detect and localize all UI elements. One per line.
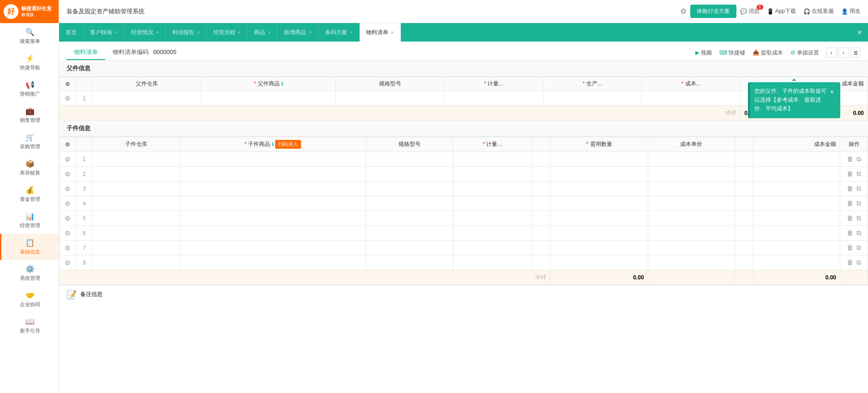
child-row-unit-5[interactable]: [453, 211, 532, 226]
child-row-quantity-6[interactable]: [550, 226, 648, 241]
delete-icon-1[interactable]: 🗑: [847, 155, 853, 163]
tab-barcode[interactable]: 条码方案×: [319, 23, 360, 42]
extract-cost-btn[interactable]: 📥 提取成本: [753, 49, 783, 57]
child-row-spec-2[interactable]: [366, 167, 453, 181]
child-row-quantity-3[interactable]: [550, 181, 648, 196]
child-row-warehouse-1[interactable]: [93, 152, 180, 167]
child-row-unit-1[interactable]: [453, 152, 532, 167]
child-row-unit-cost-4[interactable]: [648, 196, 735, 211]
child-row-spec-4[interactable]: [366, 196, 453, 211]
child-row-unit-cost-7[interactable]: [648, 241, 735, 255]
parent-row-production[interactable]: [543, 91, 642, 106]
child-row-unit-8[interactable]: [453, 255, 532, 270]
tooltip-close-btn[interactable]: ×: [830, 87, 834, 97]
copy-icon-7[interactable]: ⧉: [856, 244, 861, 251]
child-row-quantity-2[interactable]: [550, 167, 648, 181]
parent-row-unit[interactable]: [444, 91, 543, 106]
tab-close-profit[interactable]: ×: [197, 30, 200, 35]
single-setting-btn[interactable]: ⚙ 单据设置: [790, 49, 819, 57]
child-row-warehouse-8[interactable]: [93, 255, 180, 270]
parent-row-gear[interactable]: ⚙: [60, 91, 76, 106]
sidebar-item-enterprise[interactable]: 🤝企业协同: [0, 286, 59, 313]
child-row-product-2[interactable]: [180, 167, 366, 181]
tab-operations[interactable]: 经营情况×: [125, 23, 166, 42]
sidebar-item-marketing[interactable]: 📢营销推广: [0, 76, 59, 102]
parent-row-warehouse[interactable]: [93, 91, 201, 106]
copy-icon-4[interactable]: ⧉: [856, 200, 861, 207]
sidebar-item-operations[interactable]: 📊经营管理: [0, 207, 59, 234]
child-row-unit-2[interactable]: [453, 167, 532, 181]
child-row-product-4[interactable]: [180, 196, 366, 211]
close-all-btn[interactable]: ✕: [851, 23, 868, 42]
delete-icon-7[interactable]: 🗑: [847, 244, 853, 251]
parent-row-cost[interactable]: [642, 91, 741, 106]
tab-bom[interactable]: 物料清单×: [360, 23, 401, 42]
delete-icon-2[interactable]: 🗑: [847, 170, 853, 177]
subtab-bom-list[interactable]: 物料清单: [66, 45, 105, 60]
copy-icon-2[interactable]: ⧉: [856, 170, 861, 177]
child-row-unit-cost-1[interactable]: [648, 152, 735, 167]
child-row-quantity-5[interactable]: [550, 211, 648, 226]
tab-close-product[interactable]: ×: [268, 30, 271, 35]
child-row-quantity-8[interactable]: [550, 255, 648, 270]
subtab-bom-code[interactable]: 物料清单编码 0000005: [105, 45, 184, 60]
child-row-gear-4[interactable]: ⚙: [60, 196, 76, 211]
child-row-unit-cost-8[interactable]: [648, 255, 735, 270]
child-row-product-1[interactable]: [180, 152, 366, 167]
tab-profit[interactable]: 利润报告×: [166, 23, 207, 42]
child-col-gear[interactable]: ⚙: [60, 137, 76, 152]
shortcut-btn[interactable]: ⌨ 快捷键: [719, 49, 745, 57]
child-row-gear-7[interactable]: ⚙: [60, 241, 76, 255]
child-row-gear-2[interactable]: ⚙: [60, 167, 76, 181]
child-row-warehouse-4[interactable]: [93, 196, 180, 211]
child-row-warehouse-3[interactable]: [93, 181, 180, 196]
nav-prev-btn[interactable]: ‹: [826, 48, 837, 58]
copy-icon-1[interactable]: ⧉: [856, 155, 861, 163]
child-row-unit-4[interactable]: [453, 196, 532, 211]
sidebar-item-basic-info[interactable]: 📋基础信息: [0, 234, 59, 260]
child-row-spec-8[interactable]: [366, 255, 453, 270]
online-service-btn[interactable]: 🎧 在线客服: [803, 7, 834, 15]
delete-icon-6[interactable]: 🗑: [847, 229, 853, 236]
sidebar-item-system[interactable]: ⚙️系统管理: [0, 260, 59, 286]
sidebar-item-guide[interactable]: 📖新手引导: [0, 313, 59, 339]
copy-icon-8[interactable]: ⧉: [856, 259, 861, 266]
sidebar-item-quick-nav[interactable]: ⚡快捷导航: [0, 49, 59, 76]
copy-icon-5[interactable]: ⧉: [856, 214, 861, 222]
child-row-warehouse-7[interactable]: [93, 241, 180, 255]
child-row-quantity-4[interactable]: [550, 196, 648, 211]
parent-row-spec[interactable]: [336, 91, 444, 106]
child-row-gear-1[interactable]: ⚙: [60, 152, 76, 167]
child-row-unit-cost-3[interactable]: [648, 181, 735, 196]
child-row-warehouse-5[interactable]: [93, 211, 180, 226]
tab-new-product[interactable]: 新增商品×: [277, 23, 319, 42]
child-row-gear-8[interactable]: ⚙: [60, 255, 76, 270]
child-row-unit-cost-5[interactable]: [648, 211, 735, 226]
view-btn[interactable]: ▶ 视频: [695, 49, 712, 57]
child-row-spec-3[interactable]: [366, 181, 453, 196]
child-row-gear-6[interactable]: ⚙: [60, 226, 76, 241]
delete-icon-5[interactable]: 🗑: [847, 214, 853, 222]
tab-close-new-product[interactable]: ×: [309, 30, 312, 35]
child-row-unit-6[interactable]: [453, 226, 532, 241]
nav-next-btn[interactable]: ›: [838, 48, 849, 58]
settings-icon[interactable]: ⚙: [680, 7, 687, 16]
delete-icon-8[interactable]: 🗑: [847, 259, 853, 266]
child-row-product-7[interactable]: [180, 241, 366, 255]
trial-btn[interactable]: 体验行业方案: [690, 5, 736, 18]
parent-col-gear[interactable]: ⚙: [60, 77, 76, 91]
tab-history[interactable]: 经营历程×: [207, 23, 248, 42]
user-btn[interactable]: 👤 用友: [841, 7, 861, 15]
tab-customer[interactable]: 客户联络×: [84, 23, 125, 42]
sidebar-item-inventory[interactable]: 📦库存核算: [0, 155, 59, 181]
tab-close-customer[interactable]: ×: [115, 30, 118, 35]
child-row-gear-3[interactable]: ⚙: [60, 181, 76, 196]
sidebar-item-sales[interactable]: 💼销售管理: [0, 102, 59, 128]
child-row-product-6[interactable]: [180, 226, 366, 241]
app-download-btn[interactable]: 📱 App下载: [767, 7, 796, 15]
delete-icon-3[interactable]: 🗑: [847, 185, 853, 192]
child-row-unit-3[interactable]: [453, 181, 532, 196]
child-row-warehouse-2[interactable]: [93, 167, 180, 181]
child-row-unit-cost-6[interactable]: [648, 226, 735, 241]
tab-product[interactable]: 商品×: [247, 23, 277, 42]
